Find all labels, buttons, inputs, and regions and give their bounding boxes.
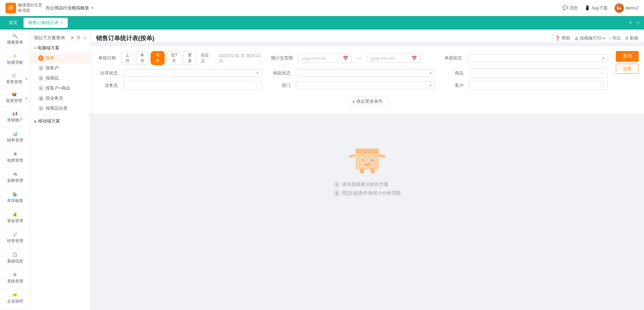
status-select[interactable]: ▾ bbox=[467, 54, 608, 62]
scheme-item-by-salesperson[interactable]: ▦ 按业务员 bbox=[30, 93, 90, 103]
date-range-text: 2023-01-01 至 2023-12-31 bbox=[219, 53, 262, 63]
page-title: 销售订单统计表(按单) bbox=[96, 34, 154, 42]
template-print-button[interactable]: 🖨 按模板打印 ▾ bbox=[574, 35, 605, 41]
shortcut-last-month[interactable]: 上月 bbox=[121, 51, 134, 65]
sidebar-item-finance[interactable]: 💰 资金管理 bbox=[0, 208, 30, 228]
sidebar-item-wholesale[interactable]: 📦 批发管理 ▴ bbox=[0, 89, 30, 107]
product-select[interactable]: ··· bbox=[469, 68, 608, 78]
finance-icon: 💰 bbox=[12, 212, 17, 217]
scheme-category-mobile[interactable]: ▶ 移动端方案 bbox=[30, 116, 90, 126]
scheme-item-by-product[interactable]: ⊞ 按商品 bbox=[30, 73, 90, 83]
maximize-icon[interactable]: ⤢ bbox=[636, 20, 640, 25]
sidebar-item-search-menu[interactable]: 🔍 搜索菜单 bbox=[0, 30, 30, 50]
close-tab-icon[interactable]: × bbox=[61, 20, 63, 25]
shortcut-this-month[interactable]: 本月 bbox=[136, 51, 149, 65]
empty-tips: 1 请先选择要分析的方案 2 用[过滤]条件来缩小分析范围 bbox=[334, 182, 401, 199]
date-shortcuts: 上月 本月 本年 近7天 更多 自定义 bbox=[121, 51, 213, 65]
customer-dots-icon: ··· bbox=[600, 83, 604, 88]
salesperson-group: 业务员 ··· bbox=[96, 81, 262, 90]
add-scheme-icon[interactable]: + bbox=[71, 35, 74, 41]
scheme-item-by-order[interactable]: 按 按单 bbox=[30, 53, 90, 63]
sidebar-item-purchase[interactable]: 🛍 采购管理 bbox=[0, 168, 30, 188]
delivery-status-chevron-icon: ▾ bbox=[257, 71, 258, 75]
calendar-icon-start: 📅 bbox=[343, 56, 348, 61]
app-download-button[interactable]: 📱 App下载 bbox=[585, 5, 608, 11]
customer-select[interactable]: ··· bbox=[469, 81, 608, 90]
tab-actions: × ⤢ bbox=[629, 20, 640, 26]
shortcut-7days[interactable]: 近7天 bbox=[167, 51, 181, 65]
sidebar-item-system[interactable]: ⚙ 系统管理 bbox=[0, 268, 30, 289]
mobile-category-arrow-icon: ▶ bbox=[34, 119, 37, 123]
sidebar-item-retail[interactable]: 🛒 零售管理 ▾ bbox=[0, 70, 30, 89]
shortcut-this-year[interactable]: 本年 bbox=[151, 51, 165, 65]
svg-rect-7 bbox=[379, 154, 386, 158]
sales-icon: 📊 bbox=[12, 132, 17, 136]
shortcut-custom[interactable]: 自定义 bbox=[198, 51, 214, 65]
page-title-bar: 销售订单统计表(按单) ❓ 帮助 🖨 按模板打印 ▾ ↑ 导出 ↺ 刷新 bbox=[91, 30, 644, 42]
filter-fields: 单据日期 上月 本月 本年 近7天 更多 自定义 2023-01-01 至 20… bbox=[96, 51, 608, 93]
salesperson-select[interactable]: ··· bbox=[123, 81, 262, 90]
scheme-category-pc[interactable]: ▾ 电脑端方案 bbox=[30, 43, 90, 53]
user-profile-button[interactable]: Ea demo2 bbox=[614, 3, 639, 13]
retail-icon: 🛒 bbox=[12, 73, 17, 78]
refresh-button[interactable]: ↺ 刷新 bbox=[625, 35, 639, 41]
scheme-item-by-customer[interactable]: ⊞ 按客户 bbox=[30, 63, 90, 73]
scheme-panel-icons: + ⚙ « bbox=[71, 35, 86, 41]
settings-button[interactable]: 设置 bbox=[616, 64, 639, 74]
scheme-category-header-mobile: ▶ 移动端方案 bbox=[34, 118, 86, 124]
collapse-scheme-icon[interactable]: « bbox=[84, 35, 86, 41]
date-separator: — bbox=[355, 56, 364, 61]
department-select[interactable]: ▾ bbox=[296, 82, 435, 89]
sidebar-item-sales[interactable]: 📊 销售管理 bbox=[0, 127, 30, 148]
right-section: 销售订单统计表(按单) ❓ 帮助 🖨 按模板打印 ▾ ↑ 导出 ↺ 刷新 bbox=[91, 30, 644, 310]
export-button[interactable]: ↑ 导出 bbox=[609, 35, 621, 41]
filter-main-row: 单据日期 上月 本月 本年 近7天 更多 自定义 2023-01-01 至 20… bbox=[96, 51, 639, 93]
sidebar-item-quick-nav[interactable]: ⚡ 快捷导航 bbox=[0, 50, 30, 70]
help-button[interactable]: ❓ 帮助 bbox=[555, 35, 570, 41]
scheme-item-by-product-category[interactable]: ⊞ 按商品分类 bbox=[30, 103, 90, 113]
sidebar-item-new-guide[interactable]: 🎯 新手引导 bbox=[0, 309, 30, 310]
retail-arrow-icon: ▾ bbox=[25, 77, 27, 81]
sidebar-item-ecom[interactable]: 🖥 电商管理 bbox=[0, 148, 30, 168]
delivery-date-end[interactable]: yyyy-mm-dd 📅 bbox=[367, 54, 421, 63]
delivery-date-start[interactable]: yyyy-mm-dd 📅 bbox=[298, 54, 352, 63]
sidebar-item-enterprise[interactable]: 🤝 企业协同 bbox=[0, 289, 30, 309]
svg-point-5 bbox=[371, 159, 373, 161]
sidebar-item-marketing[interactable]: 📢 营销推广 bbox=[0, 107, 30, 127]
scheme-item-by-customer-product[interactable]: ⊞ 按客户+商品 bbox=[30, 83, 90, 93]
status-label: 单据状态 bbox=[442, 55, 462, 61]
top-bar-left: 好 畅捷通好生意 标准版 办公用品行业模拟账套 ▾ bbox=[5, 3, 94, 13]
messages-button[interactable]: 💬 消息 bbox=[562, 5, 578, 11]
top-filter-area: 单据日期 上月 本月 本年 近7天 更多 自定义 2023-01-01 至 20… bbox=[91, 46, 644, 114]
empty-tip-1: 1 请先选择要分析的方案 bbox=[334, 182, 401, 188]
sidebar-item-basic-info[interactable]: 📋 基础信息 bbox=[0, 248, 30, 268]
salesperson-label: 业务员 bbox=[96, 83, 118, 89]
empty-svg-icon bbox=[347, 135, 387, 175]
delivery-status-select[interactable]: ▾ bbox=[123, 69, 262, 77]
product-group: 商品 ··· bbox=[442, 68, 608, 78]
settings-scheme-icon[interactable]: ⚙ bbox=[76, 35, 81, 41]
purchase-icon: 🛍 bbox=[13, 172, 17, 176]
scheme-panel-title: 按以下方案查询 bbox=[34, 35, 65, 41]
empty-state: 1 请先选择要分析的方案 2 用[过滤]条件来缩小分析范围 bbox=[91, 114, 644, 219]
department-label: 部门 bbox=[269, 83, 290, 89]
collapse-button[interactable]: ∧ 收起更多条件 bbox=[346, 97, 388, 106]
breadcrumb-area: 办公用品行业模拟账套 ▾ bbox=[46, 5, 94, 11]
close-window-icon[interactable]: × bbox=[629, 20, 632, 26]
sidebar: 🔍 搜索菜单 ⚡ 快捷导航 🛒 零售管理 ▾ 📦 批发管理 ▴ 📢 营销推广 bbox=[0, 30, 30, 310]
shortcut-more[interactable]: 更多 bbox=[183, 51, 196, 65]
payment-status-group: 收款状态 ▾ bbox=[269, 69, 435, 77]
filter-row-3: 业务员 ··· 部门 ▾ bbox=[96, 81, 608, 90]
payment-status-select[interactable]: ▾ bbox=[296, 69, 435, 77]
scheme-grid-icon-2: ⊞ bbox=[38, 86, 44, 91]
query-button[interactable]: 查询 bbox=[616, 51, 639, 62]
sidebar-item-operations[interactable]: 📈 经营管理 bbox=[0, 228, 30, 248]
scheme-grid-icon-1: ⊞ bbox=[38, 75, 44, 81]
main-layout: 🔍 搜索菜单 ⚡ 快捷导航 🛒 零售管理 ▾ 📦 批发管理 ▴ 📢 营销推广 bbox=[0, 30, 644, 310]
sidebar-item-inventory[interactable]: 🏪 库存核算 bbox=[0, 188, 30, 208]
calendar-icon-end: 📅 bbox=[412, 56, 417, 61]
breadcrumb-dropdown-icon[interactable]: ▾ bbox=[91, 5, 94, 10]
tab-home[interactable]: 首页 bbox=[4, 18, 22, 28]
tab-sales-order-stats[interactable]: 销售订单统计表 × bbox=[23, 18, 68, 28]
wholesale-icon: 📦 bbox=[12, 92, 17, 97]
